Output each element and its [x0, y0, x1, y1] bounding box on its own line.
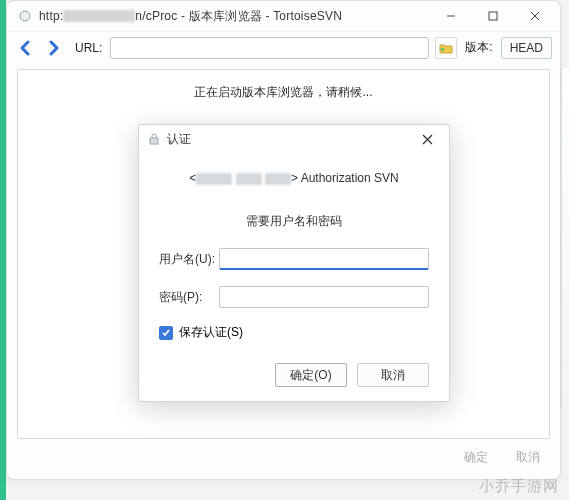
footer-bar: 确定 取消 — [17, 443, 550, 471]
svg-rect-2 — [489, 12, 497, 20]
auth-dialog: 认证 < > Authorization SVN 需要用户名和密码 用户名(U)… — [138, 124, 450, 402]
credentials-prompt: 需要用户名和密码 — [159, 213, 429, 230]
app-icon — [17, 8, 33, 24]
dialog-buttons: 确定(O) 取消 — [159, 363, 429, 387]
dialog-title-bar: 认证 — [139, 125, 449, 153]
loading-message: 正在启动版本库浏览器，请稍候... — [18, 84, 549, 101]
title-prefix: http: — [39, 9, 63, 23]
maximize-button[interactable] — [472, 2, 514, 30]
side-panel-peek — [561, 68, 569, 408]
save-auth-row: 保存认证(S) — [159, 324, 429, 341]
dialog-body: < > Authorization SVN 需要用户名和密码 用户名(U): 密… — [139, 153, 449, 401]
title-suffix: n/cProc - 版本库浏览器 - TortoiseSVN — [135, 9, 342, 23]
footer-cancel-hint: 取消 — [516, 449, 540, 466]
toolbar: URL: 版本: HEAD — [7, 31, 560, 63]
save-auth-checkbox[interactable] — [159, 326, 173, 340]
svg-rect-5 — [441, 48, 444, 51]
dialog-title: 认证 — [167, 131, 191, 148]
version-label: 版本: — [465, 39, 492, 56]
minimize-button[interactable] — [430, 2, 472, 30]
password-label: 密码(P): — [159, 289, 219, 306]
footer-ok-hint: 确定 — [464, 449, 488, 466]
censored-host — [236, 173, 262, 185]
password-input[interactable] — [219, 286, 429, 308]
lock-icon — [147, 132, 161, 146]
ok-button[interactable]: 确定(O) — [275, 363, 347, 387]
url-label: URL: — [75, 41, 102, 55]
username-label: 用户名(U): — [159, 251, 219, 268]
auth-server-line: < > Authorization SVN — [159, 171, 429, 185]
url-input[interactable] — [110, 37, 429, 59]
watermark: 小乔手游网 — [479, 477, 559, 496]
username-input[interactable] — [219, 248, 429, 270]
censored-host — [265, 173, 291, 185]
nav-forward-button[interactable] — [43, 37, 65, 59]
dialog-close-button[interactable] — [413, 127, 441, 151]
title-censored — [63, 10, 135, 22]
svg-point-0 — [20, 11, 30, 21]
window-title: http:n/cProc - 版本库浏览器 - TortoiseSVN — [39, 8, 342, 25]
title-bar: http:n/cProc - 版本库浏览器 - TortoiseSVN — [7, 1, 560, 31]
browse-folder-button[interactable] — [435, 37, 457, 59]
censored-host — [196, 173, 232, 185]
close-button[interactable] — [514, 2, 556, 30]
svg-rect-6 — [150, 138, 158, 144]
auth-suffix: > Authorization SVN — [291, 171, 399, 185]
username-row: 用户名(U): — [159, 248, 429, 270]
nav-back-button[interactable] — [15, 37, 37, 59]
password-row: 密码(P): — [159, 286, 429, 308]
cancel-button[interactable]: 取消 — [357, 363, 429, 387]
head-button[interactable]: HEAD — [501, 37, 552, 59]
save-auth-label: 保存认证(S) — [179, 324, 243, 341]
